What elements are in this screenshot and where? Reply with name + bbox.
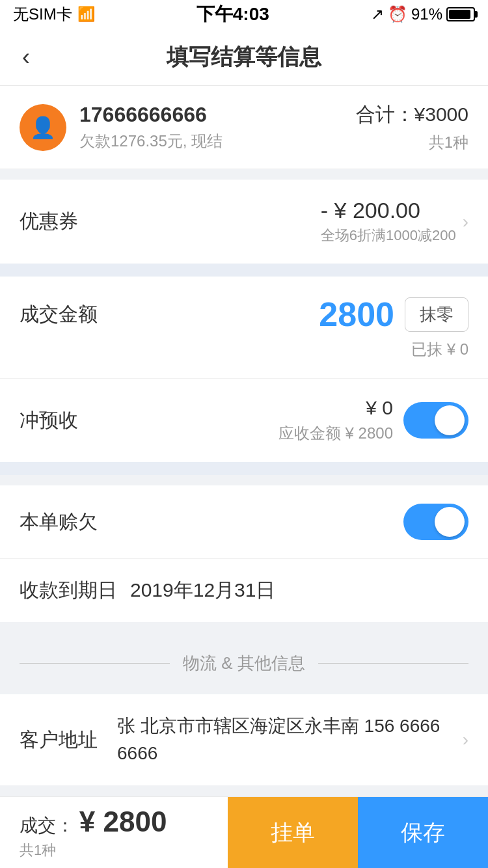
coupon-chevron-icon: › [463,211,468,232]
total-label: 合计： [356,103,414,125]
prepaid-right: ¥ 0 应收金额 ¥ 2800 [278,397,468,444]
amount-row: 成交金额 2800 抹零 [20,295,468,334]
total-value: ¥3000 [414,103,468,125]
baddebt-toggle[interactable] [403,504,468,540]
prepaid-label: 冲预收 [20,407,78,434]
battery-text: 91% [411,5,442,23]
duedate-value: 2019年12月31日 [130,577,275,604]
coupon-detail: 全场6折满1000减200 [321,226,456,245]
deal-amount-sub: 已抹 ¥ 0 [20,339,468,360]
prepaid-value: ¥ 0 [278,397,393,419]
coupon-info: - ¥ 200.00 全场6折满1000减200 [321,198,456,245]
battery-icon [446,7,475,21]
coupon-label: 优惠券 [20,208,78,235]
address-chevron-icon: › [463,729,468,750]
page-header: ‹ 填写结算等信息 [0,29,488,86]
duedate-row: 收款到期日 2019年12月31日 [0,558,488,622]
bottom-deal-amount: ¥ 2800 [79,806,167,837]
total-amount: 合计：¥3000 [356,102,468,128]
prepaid-amount: ¥ 0 应收金额 ¥ 2800 [278,397,393,444]
address-label: 客户地址 [20,727,98,753]
prepaid-sub: 应收金额 ¥ 2800 [278,423,393,444]
baddebt-toggle-knob [435,507,465,537]
status-right: ↗ ⏰ 91% [371,5,475,23]
user-phone: 17666666666 [79,103,223,127]
address-value: 张 北京市市辖区海淀区永丰南 156 6666 6666 [117,712,463,767]
status-left: 无SIM卡 📶 [13,4,95,25]
status-bar: 无SIM卡 📶 下午4:03 ↗ ⏰ 91% [0,0,488,29]
user-card: 👤 17666666666 欠款1276.35元, 现结 合计：¥3000 共1… [0,86,488,169]
no-sim-text: 无SIM卡 [13,4,72,25]
user-details: 17666666666 欠款1276.35元, 现结 [79,103,223,152]
alarm-icon: ⏰ [388,5,407,23]
deal-amount-value: 2800 [319,295,394,334]
status-time: 下午4:03 [197,2,269,27]
avatar: 👤 [20,104,66,151]
back-button[interactable]: ‹ [16,37,36,77]
prepaid-toggle[interactable] [403,402,468,439]
user-info-left: 👤 17666666666 欠款1276.35元, 现结 [20,103,223,152]
address-row[interactable]: 客户地址 张 北京市市辖区海淀区永丰南 156 6666 6666 › [0,694,488,785]
pending-button[interactable]: 挂单 [228,797,358,869]
bottom-deal-count: 共1种 [20,841,208,860]
save-button[interactable]: 保存 [358,797,488,869]
main-content: 👤 17666666666 欠款1276.35元, 现结 合计：¥3000 共1… [0,86,488,868]
coupon-discount: - ¥ 200.00 [321,198,456,223]
coupon-right: - ¥ 200.00 全场6折满1000减200 › [321,198,468,245]
logistics-section-label: 物流 & 其他信息 [183,652,305,675]
bottom-summary: 成交： ¥ 2800 共1种 [0,806,228,860]
baddebt-label: 本单赊欠 [20,509,98,536]
section-divider-2 [0,462,488,475]
page-title: 填写结算等信息 [167,42,321,72]
prepaid-row: 冲预收 ¥ 0 应收金额 ¥ 2800 [0,378,488,462]
total-count: 共1种 [356,132,468,153]
bottom-bar: 成交： ¥ 2800 共1种 挂单 保存 [0,796,488,868]
user-info-right: 合计：¥3000 共1种 [356,102,468,153]
location-icon: ↗ [371,5,384,23]
bottom-deal-label: 成交： [20,815,74,835]
coupon-row[interactable]: 优惠券 - ¥ 200.00 全场6折满1000减200 › [0,180,488,264]
wifi-icon: 📶 [77,6,95,23]
round-button[interactable]: 抹零 [405,297,468,332]
baddebt-row: 本单赊欠 [0,485,488,558]
bottom-deal-line: 成交： ¥ 2800 [20,806,208,838]
amount-section: 成交金额 2800 抹零 已抹 ¥ 0 [0,277,488,378]
logistics-section-header: 物流 & 其他信息 [0,632,488,694]
logistics-line-left [20,663,170,664]
user-sub-text: 欠款1276.35元, 现结 [79,131,223,152]
logistics-line-right [318,663,468,664]
amount-right: 2800 抹零 [319,295,468,334]
deal-amount-label: 成交金额 [20,301,98,328]
section-divider-1 [0,264,488,277]
duedate-label: 收款到期日 [20,577,117,604]
toggle-knob [435,405,465,435]
